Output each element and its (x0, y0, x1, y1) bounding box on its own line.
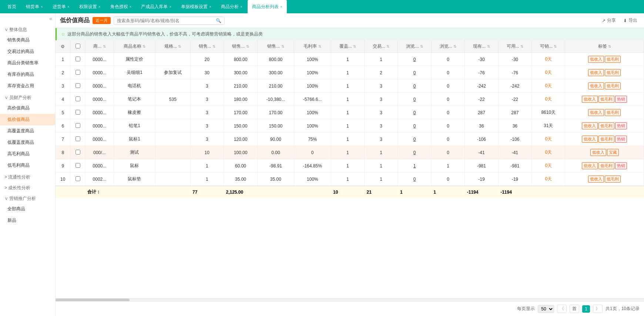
sidebar-group-∨ 整体信息[interactable]: ∨ 整体信息 (0, 24, 55, 34)
search-input[interactable] (117, 18, 214, 23)
col-header-sales_qty[interactable]: 销售... ⇅ (190, 40, 224, 53)
select-all-checkbox[interactable] (76, 44, 80, 48)
row-select-checkbox[interactable] (76, 163, 80, 168)
views-link[interactable]: 0 (413, 110, 416, 115)
nav-item-单据模板设置[interactable]: 单据模板设置× (177, 0, 216, 13)
row-name: 测试 (114, 146, 155, 159)
col-header-views1[interactable]: 浏览... ⇅ (398, 40, 431, 53)
page-nav-next[interactable]: 〉 (593, 305, 603, 313)
row-select-checkbox[interactable] (76, 176, 80, 181)
views-link[interactable]: 0 (413, 150, 416, 155)
row-code: 0000... (85, 93, 114, 106)
close-icon[interactable]: × (169, 5, 171, 9)
row-select-checkbox[interactable] (76, 83, 80, 88)
sidebar-item-销售类商品[interactable]: 销售类商品 (0, 34, 55, 46)
close-icon[interactable]: × (67, 5, 70, 9)
sidebar-collapse-button[interactable]: « (48, 15, 53, 22)
close-icon[interactable]: × (98, 5, 101, 9)
nav-item-进货单[interactable]: 进货单× (48, 0, 74, 13)
col-header-spec[interactable]: 规格... ⇅ (155, 40, 191, 53)
sidebar-item-新品[interactable]: 新品 (0, 215, 55, 226)
col-header-views2[interactable]: 浏览... ⇅ (431, 40, 464, 53)
col-header-transactions[interactable]: 交易... ⇅ (364, 40, 398, 53)
sidebar-item-商品分类销售率[interactable]: 商品分类销售率 (0, 57, 55, 69)
col-header-coverage[interactable]: 覆盖... ⇅ (331, 40, 364, 53)
close-icon[interactable]: × (130, 5, 132, 9)
row-coverage: 1 (331, 173, 364, 186)
col-header-sales_cost[interactable]: 销售... ⇅ (258, 40, 294, 53)
row-margin: -164.85% (294, 159, 331, 173)
col-header-sales_amt[interactable]: 销售... ⇅ (224, 40, 258, 53)
per-page-select[interactable]: 50 (538, 305, 554, 313)
sidebar-group-∨ 营销推广分析[interactable]: ∨ 营销推广分析 (0, 193, 55, 203)
col-header-margin[interactable]: 毛利率 ⇅ (294, 40, 331, 53)
row-available: -41 (498, 146, 531, 159)
sidebar-item-高覆盖度商品[interactable]: 高覆盖度商品 (0, 125, 55, 137)
sidebar-item-库存资金占用[interactable]: 库存资金占用 (0, 80, 55, 92)
sidebar-item-高毛利商品[interactable]: 高毛利商品 (0, 148, 55, 160)
sidebar-item-有库存的商品[interactable]: 有库存的商品 (0, 69, 55, 80)
col-header-checkbox[interactable] (70, 40, 85, 53)
row-select-checkbox[interactable] (76, 96, 80, 101)
sidebar-item-交易过的商品[interactable]: 交易过的商品 (0, 46, 55, 57)
views-link[interactable]: 0 (413, 70, 416, 75)
nav-item-权限设置[interactable]: 权限设置× (75, 0, 105, 13)
nav-item-商品分析[interactable]: 商品分析× (217, 0, 247, 13)
sidebar-group-> 成长性分析[interactable]: > 成长性分析 (0, 182, 55, 193)
row-code: 0000... (85, 159, 114, 173)
sidebar-group-> 流通性分析[interactable]: > 流通性分析 (0, 171, 55, 182)
share-button[interactable]: ↗ 分享 (600, 16, 618, 25)
col-header-sellable[interactable]: 可销... ⇅ (532, 40, 565, 53)
col-header-name[interactable]: 商品名称 ⇅ (114, 40, 155, 53)
export-button[interactable]: ⬇ 导出 (621, 16, 640, 25)
sidebar-item-低覆盖度商品[interactable]: 低覆盖度商品 (0, 137, 55, 148)
row-no: 5 (56, 106, 70, 119)
views-link[interactable]: 0 (413, 123, 416, 129)
close-icon[interactable]: × (41, 5, 43, 9)
sidebar-item-全部商品[interactable]: 全部商品 (0, 203, 55, 215)
search-box[interactable]: 🔍 (114, 17, 225, 25)
row-select-checkbox[interactable] (76, 150, 80, 154)
tag-label: 低毛利 (598, 122, 614, 129)
views-link[interactable]: 0 (413, 177, 416, 182)
col-header-settings[interactable]: ⚙ (56, 40, 70, 53)
row-checkbox (70, 66, 85, 79)
col-header-current_stock[interactable]: 现有... ⇅ (465, 40, 498, 53)
col-header-code[interactable]: 商... ⇅ (85, 40, 114, 53)
sidebar-item-高价值商品[interactable]: 高价值商品 (0, 102, 55, 114)
page-number-input[interactable]: 1 (582, 305, 590, 313)
close-icon[interactable]: × (240, 5, 242, 9)
nav-item-首页[interactable]: 首页 (3, 0, 21, 13)
row-views2: 0 (431, 106, 464, 119)
page-nav-first[interactable]: 首 (570, 305, 579, 313)
row-select-checkbox[interactable] (76, 57, 80, 61)
row-select-checkbox[interactable] (76, 136, 80, 141)
row-views1: 0 (398, 133, 431, 146)
col-header-available[interactable]: 可用... ⇅ (498, 40, 531, 53)
row-select-checkbox[interactable] (76, 110, 80, 115)
nav-item-角色授权[interactable]: 角色授权× (106, 0, 136, 13)
close-icon[interactable]: × (280, 5, 282, 9)
close-icon[interactable]: × (209, 5, 211, 9)
nav-item-商品分析列表[interactable]: 商品分析列表× (248, 0, 287, 13)
row-tags: 低收入低毛利热销 (565, 133, 644, 146)
sidebar-item-低价值商品[interactable]: 低价值商品 (0, 114, 55, 125)
views-link[interactable]: 0 (413, 57, 416, 62)
row-sales-qty: 20 (190, 53, 224, 66)
col-header-tags[interactable]: 标签 ⇅ (565, 40, 644, 53)
page-title: 低价值商品 (60, 17, 90, 24)
scrollbar-area[interactable] (56, 298, 644, 301)
row-select-checkbox[interactable] (76, 123, 80, 128)
nav-item-销货单[interactable]: 销货单× (21, 0, 47, 13)
views-link[interactable]: 0 (413, 137, 416, 142)
period-button[interactable]: 近一月 (93, 17, 111, 24)
nav-item-产成品入库单[interactable]: 产成品入库单× (137, 0, 176, 13)
views-link[interactable]: 1 (413, 163, 416, 169)
views-link[interactable]: 0 (413, 97, 416, 102)
row-select-checkbox[interactable] (76, 70, 80, 75)
page-nav-prev[interactable]: 〈 (557, 305, 567, 313)
sidebar-group-∨ 员财产分析[interactable]: ∨ 员财产分析 (0, 92, 55, 102)
views-link[interactable]: 0 (413, 84, 416, 89)
row-coverage: 1 (331, 66, 364, 79)
sidebar-item-低毛利商品[interactable]: 低毛利商品 (0, 160, 55, 171)
